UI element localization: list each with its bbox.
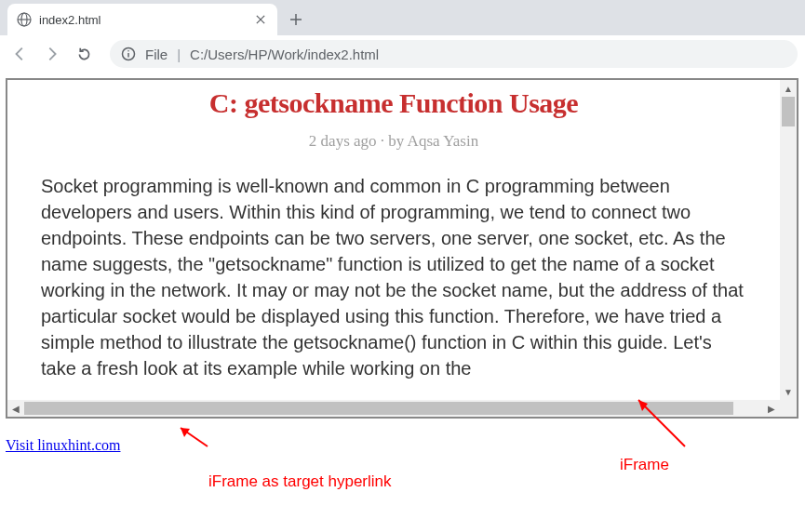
url-scheme: File	[145, 47, 168, 62]
url-path: C:/Users/HP/Work/index2.html	[190, 47, 379, 62]
scroll-up-icon[interactable]: ▲	[780, 80, 797, 97]
article-meta: 2 days ago · by Aqsa Yasin	[26, 132, 761, 151]
scroll-track[interactable]	[780, 97, 797, 383]
svg-line-10	[638, 400, 685, 446]
url-display: File | C:/Users/HP/Work/index2.html	[145, 47, 379, 62]
browser-toolbar: File | C:/Users/HP/Work/index2.html	[0, 35, 805, 73]
article-title: C: getsockname Function Usage	[26, 87, 761, 119]
scroll-left-icon[interactable]: ◀	[7, 400, 24, 417]
tab-bar: index2.html	[0, 0, 805, 35]
reload-button[interactable]	[71, 41, 97, 67]
close-icon[interactable]	[253, 12, 268, 27]
back-button[interactable]	[7, 41, 34, 67]
visit-link[interactable]: Visit linuxhint.com	[6, 437, 120, 453]
scroll-right-icon[interactable]: ▶	[763, 400, 780, 417]
annotation-iframe: iFrame	[620, 456, 669, 474]
annotation-link: iFrame as target hyperlink	[208, 472, 392, 491]
article-body: Socket programming is well-known and com…	[7, 156, 780, 381]
tab-title: index2.html	[39, 13, 246, 27]
scroll-down-icon[interactable]: ▼	[780, 383, 797, 400]
browser-tab[interactable]: index2.html	[7, 4, 277, 35]
iframe: C: getsockname Function Usage 2 days ago…	[6, 78, 798, 419]
vertical-scrollbar[interactable]: ▲ ▼	[780, 80, 797, 400]
globe-icon	[17, 12, 32, 27]
svg-marker-11	[638, 400, 648, 411]
below-area: Visit linuxhint.com iFrame iFrame as tar…	[6, 419, 799, 454]
scroll-corner	[780, 400, 797, 417]
svg-point-9	[127, 50, 129, 52]
arrow-icon	[620, 391, 694, 456]
address-bar[interactable]: File | C:/Users/HP/Work/index2.html	[110, 40, 798, 68]
arrow-icon	[175, 422, 212, 450]
new-tab-button[interactable]	[283, 7, 309, 33]
scroll-thumb[interactable]	[782, 97, 795, 126]
iframe-viewport[interactable]: C: getsockname Function Usage 2 days ago…	[7, 80, 780, 400]
page-content: C: getsockname Function Usage 2 days ago…	[0, 73, 805, 454]
info-icon[interactable]	[121, 47, 136, 61]
url-divider: |	[177, 47, 181, 62]
forward-button[interactable]	[39, 41, 65, 67]
